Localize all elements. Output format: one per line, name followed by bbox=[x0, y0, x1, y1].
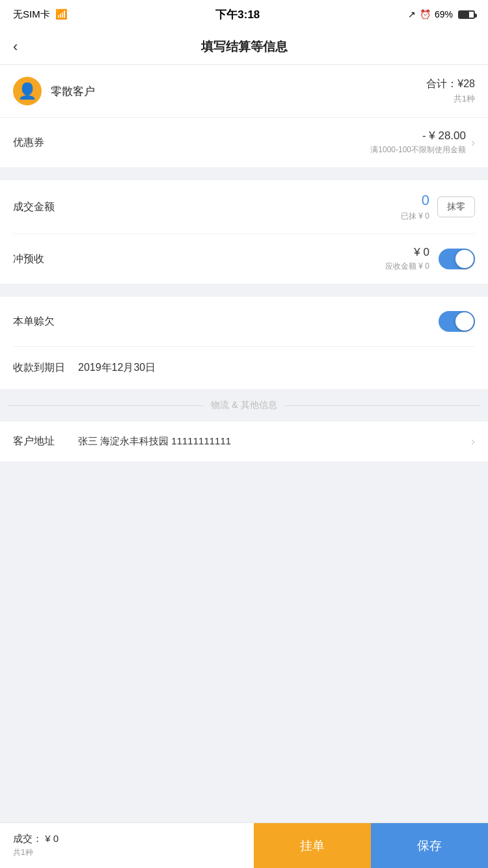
avatar: 👤 bbox=[13, 77, 42, 105]
due-date-row: 收款到期日 2019年12月30日 bbox=[13, 347, 475, 389]
logistics-label: 物流 & 其他信息 bbox=[211, 400, 277, 411]
prepay-amount-col: ¥ 0 应收金额 ¥ 0 bbox=[385, 246, 429, 272]
status-time: 下午3:18 bbox=[215, 7, 260, 22]
empty-space bbox=[0, 461, 488, 591]
due-date-value: 2019年12月30日 bbox=[78, 361, 156, 375]
address-label: 客户地址 bbox=[13, 435, 65, 448]
status-left: 无SIM卡 📶 bbox=[13, 8, 68, 21]
logistics-divider: 物流 & 其他信息 bbox=[0, 389, 488, 422]
hang-order-button[interactable]: 挂单 bbox=[254, 823, 371, 868]
transaction-row: 成交金额 0 已抹 ¥ 0 抹零 bbox=[13, 180, 475, 234]
customer-right: 合计：¥28 共1种 bbox=[426, 77, 475, 105]
bottom-tx-label: 成交： ¥ 0 bbox=[13, 833, 241, 845]
section-divider-2 bbox=[0, 284, 488, 290]
debt-section: 本单赊欠 收款到期日 2019年12月30日 bbox=[0, 297, 488, 389]
section-divider-1 bbox=[0, 174, 488, 180]
nav-title: 填写结算等信息 bbox=[201, 38, 288, 55]
debt-toggle[interactable] bbox=[439, 311, 475, 332]
battery-percent: 69% bbox=[435, 9, 453, 20]
total-amount: 合计：¥28 bbox=[426, 77, 475, 91]
address-row: 客户地址 张三 海淀永丰科技园 11111111111 › bbox=[13, 435, 475, 448]
prepay-right: ¥ 0 应收金额 ¥ 0 bbox=[385, 246, 475, 272]
due-date-label: 收款到期日 bbox=[13, 361, 65, 375]
transaction-value: 0 bbox=[401, 192, 429, 209]
prepay-label: 冲预收 bbox=[13, 252, 44, 266]
total-count: 共1种 bbox=[426, 93, 475, 105]
prepay-value: ¥ 0 bbox=[385, 246, 429, 259]
customer-left: 👤 零散客户 bbox=[13, 77, 95, 105]
prepay-toggle[interactable] bbox=[439, 249, 475, 269]
customer-row: 👤 零散客户 合计：¥28 共1种 bbox=[0, 65, 488, 117]
bottom-summary: 成交： ¥ 0 共1种 bbox=[0, 833, 254, 858]
transaction-amount-col: 0 已抹 ¥ 0 bbox=[401, 192, 429, 222]
nav-bar: ‹ 填写结算等信息 bbox=[0, 29, 488, 65]
toggle-knob bbox=[455, 250, 474, 268]
address-section[interactable]: 客户地址 张三 海淀永丰科技园 11111111111 › bbox=[0, 422, 488, 461]
coupon-desc: 满1000-100不限制使用金额 bbox=[370, 144, 466, 156]
debt-row: 本单赊欠 bbox=[13, 297, 475, 347]
coupon-row[interactable]: 优惠券 - ¥ 28.00 满1000-100不限制使用金额 › bbox=[0, 117, 488, 167]
status-right: ↗ ⏰ 69% bbox=[408, 9, 475, 20]
coupon-discount: - ¥ 28.00 bbox=[370, 129, 466, 142]
address-value: 张三 海淀永丰科技园 11111111111 bbox=[78, 435, 471, 448]
back-button[interactable]: ‹ bbox=[13, 38, 18, 55]
battery-icon bbox=[458, 10, 475, 19]
coupon-chevron-icon: › bbox=[471, 136, 475, 150]
alarm-icon: ⏰ bbox=[420, 9, 431, 20]
wifi-icon: 📶 bbox=[55, 8, 68, 20]
bottom-bar: 成交： ¥ 0 共1种 挂单 保存 bbox=[0, 822, 488, 868]
transaction-already: 已抹 ¥ 0 bbox=[401, 211, 429, 222]
prepay-receivable: 应收金额 ¥ 0 bbox=[385, 261, 429, 272]
status-bar: 无SIM卡 📶 下午3:18 ↗ ⏰ 69% bbox=[0, 0, 488, 29]
address-chevron-icon: › bbox=[471, 435, 475, 448]
transaction-label: 成交金额 bbox=[13, 200, 55, 214]
coupon-label: 优惠券 bbox=[13, 136, 44, 150]
coupon-right: - ¥ 28.00 满1000-100不限制使用金额 › bbox=[370, 129, 475, 156]
bottom-buttons: 挂单 保存 bbox=[254, 823, 488, 868]
debt-label: 本单赊欠 bbox=[13, 315, 55, 329]
customer-section: 👤 零散客户 合计：¥28 共1种 优惠券 - ¥ 28.00 满1000-10… bbox=[0, 65, 488, 167]
bottom-tx-value: ¥ 0 bbox=[45, 833, 59, 844]
avatar-icon: 👤 bbox=[18, 82, 37, 100]
bottom-count: 共1种 bbox=[13, 847, 241, 858]
prepay-row: 冲预收 ¥ 0 应收金额 ¥ 0 bbox=[13, 234, 475, 284]
transaction-right: 0 已抹 ¥ 0 抹零 bbox=[401, 192, 475, 222]
round-zero-button[interactable]: 抹零 bbox=[437, 197, 475, 217]
carrier-text: 无SIM卡 bbox=[13, 8, 50, 21]
customer-name: 零散客户 bbox=[51, 84, 95, 99]
location-icon: ↗ bbox=[408, 9, 416, 20]
save-button[interactable]: 保存 bbox=[371, 823, 488, 868]
transaction-section: 成交金额 0 已抹 ¥ 0 抹零 冲预收 ¥ 0 应收金额 ¥ 0 bbox=[0, 180, 488, 284]
logistics-line-right bbox=[285, 405, 480, 406]
bottom-tx-prefix: 成交： bbox=[13, 833, 42, 844]
coupon-info: - ¥ 28.00 满1000-100不限制使用金额 bbox=[370, 129, 466, 156]
logistics-line-left bbox=[8, 405, 203, 406]
debt-toggle-knob bbox=[455, 312, 474, 331]
